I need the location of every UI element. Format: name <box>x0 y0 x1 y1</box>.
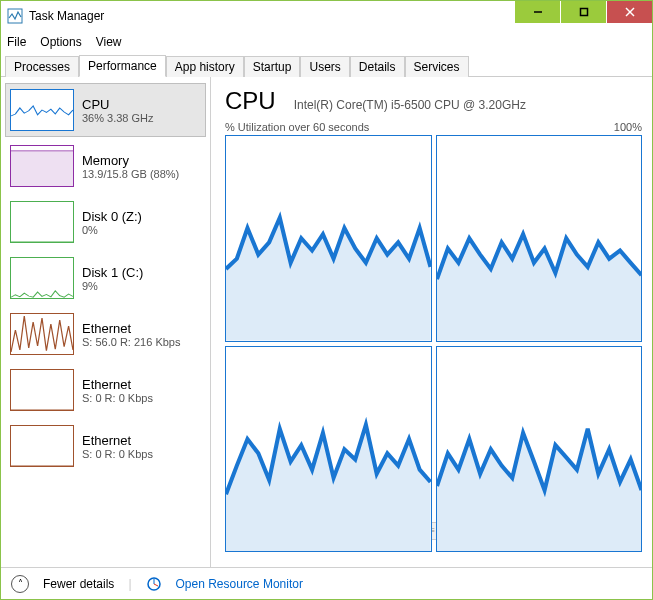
footer: ˄ Fewer details | Open Resource Monitor <box>1 567 652 599</box>
tab-bar: Processes Performance App history Startu… <box>1 53 652 77</box>
sidebar-item-sub: S: 56.0 R: 216 Kbps <box>82 336 180 348</box>
menu-options[interactable]: Options <box>40 35 81 49</box>
menu-file[interactable]: File <box>7 35 26 49</box>
titlebar[interactable]: Task Manager <box>1 1 652 31</box>
tab-performance[interactable]: Performance <box>79 55 166 77</box>
fewer-details-link[interactable]: Fewer details <box>43 577 114 591</box>
thumb-graph <box>10 313 74 355</box>
main-panel: CPU Intel(R) Core(TM) i5-6500 CPU @ 3.20… <box>211 77 652 567</box>
chevron-up-icon[interactable]: ˄ <box>11 575 29 593</box>
graph-label-left: % Utilization over 60 seconds <box>225 121 369 133</box>
svg-line-7 <box>154 584 158 586</box>
sidebar-item-sub: 36% 3.38 GHz <box>82 112 154 124</box>
sidebar-item-sub: S: 0 R: 0 Kbps <box>82 448 153 460</box>
sidebar-item-disk0[interactable]: Disk 0 (Z:)0% <box>5 195 206 249</box>
svg-rect-2 <box>580 9 587 16</box>
sidebar-item-title: Memory <box>82 153 179 168</box>
sidebar-item-eth3[interactable]: EthernetS: 0 R: 0 Kbps <box>5 419 206 473</box>
cpu-core-graph-0 <box>225 135 432 342</box>
sidebar-item-sub: 13.9/15.8 GB (88%) <box>82 168 179 180</box>
cpu-core-graph-1 <box>436 135 643 342</box>
thumb-graph <box>10 145 74 187</box>
sidebar-item-eth1[interactable]: EthernetS: 56.0 R: 216 Kbps <box>5 307 206 361</box>
sidebar-item-memory[interactable]: Memory13.9/15.8 GB (88%) <box>5 139 206 193</box>
tab-startup[interactable]: Startup <box>244 56 301 77</box>
thumb-graph <box>10 89 74 131</box>
sidebar-item-title: Ethernet <box>82 377 153 392</box>
thumb-graph <box>10 257 74 299</box>
thumb-graph <box>10 201 74 243</box>
sidebar-item-title: Ethernet <box>82 321 180 336</box>
sidebar-item-title: Disk 0 (Z:) <box>82 209 142 224</box>
window-title: Task Manager <box>29 9 514 23</box>
cpu-model: Intel(R) Core(TM) i5-6500 CPU @ 3.20GHz <box>294 98 526 112</box>
sidebar-item-disk1[interactable]: Disk 1 (C:)9% <box>5 251 206 305</box>
cpu-graphs <box>225 135 648 353</box>
sidebar-item-sub: 0% <box>82 224 142 236</box>
graph-label-right: 100% <box>614 121 642 133</box>
resource-monitor-icon <box>146 576 162 592</box>
menu-view[interactable]: View <box>96 35 122 49</box>
sidebar-item-eth2[interactable]: EthernetS: 0 R: 0 Kbps <box>5 363 206 417</box>
page-title: CPU <box>225 87 276 115</box>
sidebar-item-title: Disk 1 (C:) <box>82 265 143 280</box>
menubar: File Options View <box>1 31 652 53</box>
thumb-graph <box>10 369 74 411</box>
maximize-button[interactable] <box>561 1 606 23</box>
sidebar-item-title: CPU <box>82 97 154 112</box>
minimize-button[interactable] <box>515 1 560 23</box>
tab-apphistory[interactable]: App history <box>166 56 244 77</box>
sidebar-item-sub: 9% <box>82 280 143 292</box>
sidebar: CPU36% 3.38 GHzMemory13.9/15.8 GB (88%)D… <box>1 77 211 567</box>
sidebar-item-sub: S: 0 R: 0 Kbps <box>82 392 153 404</box>
tab-details[interactable]: Details <box>350 56 405 77</box>
close-button[interactable] <box>607 1 652 23</box>
cpu-core-graph-3 <box>436 346 643 553</box>
app-icon <box>7 8 23 24</box>
thumb-graph <box>10 425 74 467</box>
sidebar-item-title: Ethernet <box>82 433 153 448</box>
tab-users[interactable]: Users <box>300 56 349 77</box>
cpu-core-graph-2 <box>225 346 432 553</box>
sidebar-item-cpu[interactable]: CPU36% 3.38 GHz <box>5 83 206 137</box>
open-resource-monitor-link[interactable]: Open Resource Monitor <box>176 577 303 591</box>
tab-processes[interactable]: Processes <box>5 56 79 77</box>
tab-services[interactable]: Services <box>405 56 469 77</box>
